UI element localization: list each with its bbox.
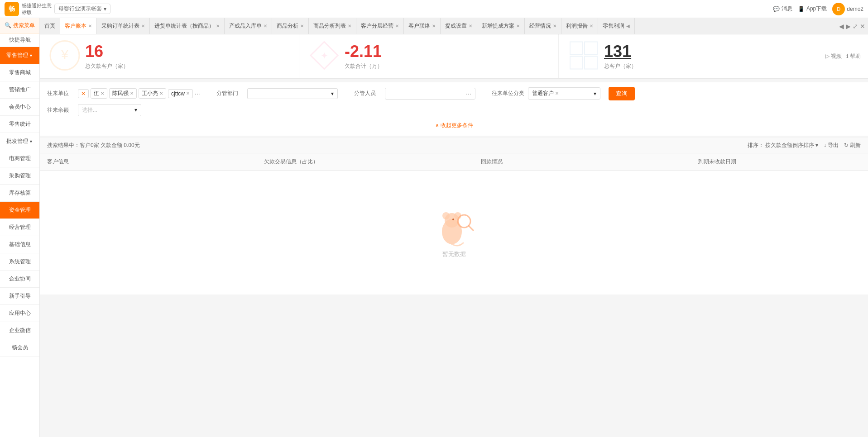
- tab-close[interactable]: ◀: [626, 24, 630, 28]
- tab-close[interactable]: ✕: [590, 24, 593, 28]
- collapse-label: 收起更多条件: [441, 122, 473, 129]
- tab-close[interactable]: ✕: [395, 24, 399, 28]
- tab-promo-settings[interactable]: 提成设置 ✕: [441, 18, 477, 34]
- tag-close-icon[interactable]: ✕: [555, 91, 559, 96]
- sidebar-item-finance-mgmt[interactable]: 资金管理: [0, 202, 39, 219]
- tab-home[interactable]: 首页: [40, 18, 60, 34]
- tab-customer-connect[interactable]: 客户联络 ✕: [404, 18, 441, 34]
- messages-button[interactable]: 💬 消息: [773, 5, 792, 13]
- filter-tag-wang[interactable]: 王小亮 ✕: [139, 88, 166, 99]
- sidebar-item-ecommerce-mgmt[interactable]: 电商管理: [0, 150, 39, 167]
- unit-class-select[interactable]: 普通客户 ✕ ▾: [528, 87, 600, 100]
- sidebar-item-label: 新手引导: [9, 293, 31, 299]
- sidebar-search[interactable]: 🔍 搜索菜单: [0, 18, 39, 33]
- sidebar-item-vip-member[interactable]: 畅会员: [0, 339, 39, 356]
- sidebar-item-retail-mall[interactable]: 零售商城: [0, 64, 39, 81]
- tab-close[interactable]: ✕: [348, 24, 351, 28]
- sidebar-item-purchase-mgmt[interactable]: 采购管理: [0, 167, 39, 185]
- sidebar-item-newbie-guide[interactable]: 新手引导: [0, 288, 39, 305]
- tab-accounts[interactable]: 客户账本 ✕: [60, 18, 97, 34]
- tab-customer-segment[interactable]: 客户分层经营 ✕: [356, 18, 404, 34]
- tab-close[interactable]: ✕: [264, 24, 267, 28]
- help-btn[interactable]: ℹ 帮助: [846, 52, 861, 60]
- sidebar-item-label: 畅会员: [12, 344, 28, 351]
- sidebar-item-wholesale-mgmt[interactable]: 批发管理 ▼: [0, 133, 39, 150]
- sidebar-item-label: 库存核算: [9, 190, 31, 196]
- user-profile[interactable]: D demo2: [832, 3, 863, 15]
- sidebar-item-operations-mgmt[interactable]: 经营管理: [0, 219, 39, 236]
- tab-retail-profit[interactable]: 零售利润 ◀: [598, 18, 635, 34]
- unit-class-tag[interactable]: 普通客户 ✕: [532, 90, 559, 97]
- tab-close[interactable]: ✕: [300, 24, 304, 28]
- tab-maximize[interactable]: ⤢: [853, 23, 858, 30]
- tab-product-analysis-list[interactable]: 商品分析列表 ✕: [309, 18, 356, 34]
- quick-nav[interactable]: 快捷导航: [0, 33, 39, 47]
- tab-product-inbound[interactable]: 产成品入库单 ✕: [225, 18, 272, 34]
- stat-total-customers-value: 131: [604, 43, 637, 61]
- tag-close-icon[interactable]: ✕: [130, 91, 134, 96]
- sidebar-item-enterprise-collab[interactable]: 企业协同: [0, 271, 39, 288]
- sidebar-item-inventory[interactable]: 库存核算: [0, 185, 39, 202]
- sidebar-item-retail-stats[interactable]: 零售统计: [0, 116, 39, 133]
- person-select[interactable]: ···: [385, 88, 475, 100]
- tab-scroll-right[interactable]: ▶: [846, 23, 851, 30]
- query-button[interactable]: 查询: [609, 87, 635, 100]
- tab-label: 产成品入库单: [229, 22, 262, 30]
- results-summary: 搜索结果中：客户0家 欠款金额 0.00元: [47, 142, 140, 149]
- tag-close-icon[interactable]: ✕: [186, 91, 190, 96]
- sidebar-item-retail-mgmt[interactable]: 零售管理 ▼: [0, 47, 39, 64]
- filter-bar: 往来单位 ✕ 伍 ✕ 陈民强 ✕: [40, 82, 868, 136]
- tab-label: 零售利润: [603, 22, 624, 30]
- export-btn[interactable]: ↓ 导出: [824, 142, 839, 149]
- app-download-button[interactable]: 📱 App下载: [798, 5, 827, 13]
- sidebar-item-enterprise-wechat[interactable]: 企业微信: [0, 322, 39, 339]
- tab-accounts-close[interactable]: ✕: [88, 24, 92, 28]
- tab-new-promo-plan[interactable]: 新增提成方案 ✕: [477, 18, 525, 34]
- tab-scroll-left[interactable]: ◀: [839, 23, 844, 30]
- tab-purchase-order-stats[interactable]: 采购订单统计表 ✕: [97, 18, 150, 34]
- content-area: 首页 客户账本 ✕ 采购订单统计表 ✕ 进货单统计表（按商品） ✕ 产成品入库单…: [40, 18, 868, 437]
- tag-close-icon[interactable]: ✕: [159, 91, 163, 96]
- page-content: ¥ 16 总欠款客户（家）: [40, 34, 868, 437]
- balance-placeholder: 选择...: [82, 106, 133, 114]
- collapse-btn[interactable]: ∧ 收起更多条件: [435, 122, 473, 129]
- person-more-btn[interactable]: ···: [466, 90, 471, 97]
- col-label: 欠款交易信息（占比）: [264, 158, 318, 165]
- col-label: 客户信息: [47, 158, 69, 165]
- sidebar-item-basic-info[interactable]: 基础信息: [0, 236, 39, 253]
- tab-business-status[interactable]: 经营情况 ✕: [525, 18, 561, 34]
- filter-tag-unit-remove[interactable]: ✕: [78, 89, 89, 98]
- download-icon: 📱: [798, 6, 805, 12]
- filter-tag-chen[interactable]: 陈民强 ✕: [109, 88, 137, 99]
- tab-close[interactable]: ✕: [469, 24, 472, 28]
- tab-close[interactable]: ✕: [553, 24, 556, 28]
- tab-close[interactable]: ✕: [216, 24, 220, 28]
- sidebar-item-member-center[interactable]: 会员中心: [0, 99, 39, 116]
- filter-tag-cjttcw[interactable]: cjttcw ✕: [168, 89, 193, 98]
- tab-label: 客户联络: [408, 22, 430, 30]
- more-tags-btn[interactable]: ···: [195, 90, 200, 97]
- data-table: 客户信息 欠款交易信息（占比） 回款情况 到期未收款日期: [40, 153, 868, 294]
- tag-close-icon[interactable]: ✕: [101, 91, 104, 96]
- tab-close[interactable]: ✕: [516, 24, 520, 28]
- balance-select[interactable]: 选择... ▾: [78, 104, 141, 116]
- tab-close-all[interactable]: ✕: [860, 23, 865, 30]
- tab-close[interactable]: ✕: [432, 24, 436, 28]
- tab-incoming-stats[interactable]: 进货单统计表（按商品） ✕: [150, 18, 225, 34]
- sidebar-item-app-center[interactable]: 应用中心: [0, 305, 39, 322]
- tab-close[interactable]: ✕: [141, 24, 145, 28]
- sidebar-item-marketing[interactable]: 营销推广: [0, 81, 39, 99]
- sidebar: 🔍 搜索菜单 快捷导航 零售管理 ▼ 零售商城 营销推广 会员中心 零售统计 批…: [0, 18, 40, 437]
- sort-select[interactable]: 排序： 按欠款金额倒序排序 ▾: [748, 142, 818, 149]
- video-btn[interactable]: ▷ 视频: [825, 52, 842, 60]
- tab-product-analysis[interactable]: 商品分析 ✕: [272, 18, 309, 34]
- app-logo-icon: 畅: [5, 2, 19, 16]
- sidebar-item-system-mgmt[interactable]: 系统管理: [0, 253, 39, 271]
- person-filter-label: 分管人员: [354, 90, 381, 97]
- refresh-btn[interactable]: ↻ 刷新: [844, 142, 861, 149]
- account-selector[interactable]: 母婴行业演示帐套 ▾: [54, 4, 110, 14]
- svg-rect-5: [585, 42, 597, 55]
- tab-profit-report[interactable]: 利润报告 ✕: [561, 18, 598, 34]
- filter-tag-wu[interactable]: 伍 ✕: [91, 88, 107, 99]
- dept-select[interactable]: ▾: [247, 88, 338, 99]
